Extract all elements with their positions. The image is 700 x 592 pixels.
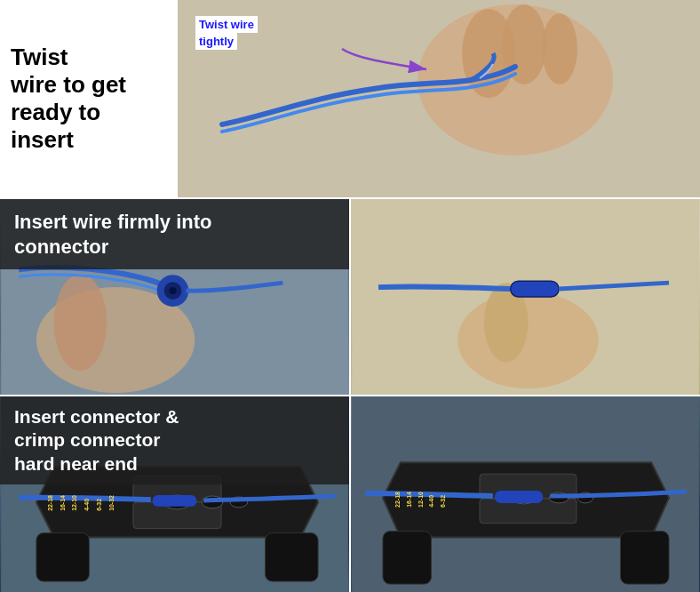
svg-text:10-32: 10-32 (108, 495, 115, 511)
svg-rect-41 (495, 491, 544, 503)
svg-rect-35 (352, 396, 698, 592)
svg-rect-43 (621, 532, 670, 584)
svg-point-40 (577, 492, 593, 503)
svg-rect-21 (133, 502, 221, 529)
svg-rect-14 (352, 199, 698, 395)
svg-rect-27 (266, 533, 318, 582)
svg-text:4-40: 4-40 (84, 499, 90, 511)
svg-text:12-10: 12-10 (71, 495, 77, 511)
svg-point-11 (164, 282, 182, 300)
annotation-line1: Twist wire (195, 16, 258, 33)
row3-left-image: 22-18 16-14 12-10 4-40 6-32 10-32 Insert… (0, 396, 349, 592)
svg-text:16-14: 16-14 (406, 492, 412, 508)
page-container: Twist wire to get ready to insert (0, 0, 700, 592)
row1-image: Twist wire tightly (178, 0, 700, 197)
svg-point-15 (457, 292, 599, 388)
svg-rect-42 (383, 532, 432, 584)
svg-point-38 (512, 492, 537, 504)
svg-rect-13 (352, 199, 698, 395)
svg-text:12-10: 12-10 (418, 492, 424, 508)
row1-photo: Twist wire tightly (178, 0, 700, 197)
svg-rect-34 (352, 396, 698, 592)
svg-point-10 (157, 275, 189, 307)
svg-point-4 (542, 13, 577, 84)
row1-annotation: Twist wire tightly (195, 16, 258, 50)
svg-point-23 (202, 496, 223, 508)
svg-point-22 (164, 495, 191, 509)
row3-overlay: Insert connector & crimp connector hard … (0, 396, 349, 484)
row1: Twist wire to get ready to insert (0, 0, 700, 197)
svg-text:4-40: 4-40 (428, 495, 434, 508)
row3-right-photo: 22-18 16-14 12-10 4-40 6-32 (351, 396, 700, 592)
svg-rect-36 (480, 474, 577, 499)
svg-point-12 (170, 287, 177, 294)
row2-right-image (349, 199, 700, 395)
svg-rect-17 (511, 281, 560, 297)
svg-text:6-32: 6-32 (96, 499, 102, 511)
svg-point-2 (462, 9, 515, 98)
row1-heading: Twist wire to get ready to insert (11, 44, 126, 155)
svg-point-39 (549, 492, 569, 503)
row2-overlay: Insert wire firmly into connector (0, 199, 349, 269)
row1-text-block: Twist wire to get ready to insert (0, 0, 178, 197)
svg-point-16 (484, 283, 529, 362)
svg-text:16-14: 16-14 (60, 495, 66, 511)
svg-rect-37 (480, 499, 577, 524)
annotation-line2: tightly (195, 33, 237, 50)
svg-point-1 (418, 4, 613, 156)
svg-point-3 (502, 4, 546, 84)
svg-text:22-18: 22-18 (47, 495, 53, 511)
svg-rect-25 (153, 495, 197, 507)
row3-right-image: 22-18 16-14 12-10 4-40 6-32 (349, 396, 700, 592)
svg-text:6-32: 6-32 (440, 495, 446, 508)
svg-point-24 (230, 497, 248, 508)
row2-right-photo (351, 199, 700, 395)
row2-heading: Insert wire firmly into connector (14, 210, 335, 259)
svg-point-8 (36, 287, 195, 393)
svg-rect-26 (36, 533, 89, 582)
row3-heading: Insert connector & crimp connector hard … (14, 405, 335, 476)
row2-left-image: Insert wire firmly into connector (0, 199, 349, 395)
svg-text:22-18: 22-18 (394, 492, 401, 508)
row3: 22-18 16-14 12-10 4-40 6-32 10-32 Insert… (0, 395, 700, 592)
row2: Insert wire firmly into connector (0, 197, 700, 395)
svg-point-9 (54, 274, 107, 371)
